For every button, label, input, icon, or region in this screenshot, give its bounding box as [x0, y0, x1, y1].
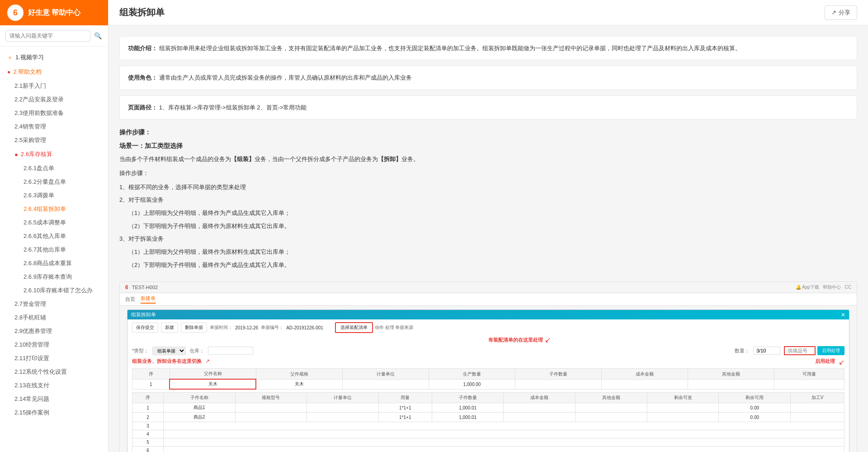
- ss-sub-col-name: 子件名称: [163, 393, 235, 403]
- ss-sub-remain-send1: [647, 403, 719, 413]
- ss-sub-unit2: [307, 413, 379, 422]
- sidebar-item-newbie[interactable]: 2.1新手入门: [0, 79, 108, 93]
- annotation1-label-group: 有装配清单的在这里处理 ↙: [488, 336, 844, 344]
- step2b: （2）下部明细为子件明细，最终作为原材料生成其它出库单。: [119, 221, 857, 232]
- plus-icon: ＋: [7, 54, 13, 62]
- sidebar-item-cost-recalc[interactable]: 2.6.8商品成本重算: [0, 257, 108, 270]
- sidebar-item-purchase[interactable]: 2.5采购管理: [0, 133, 108, 147]
- annotation2-text: 组装业务、拆卸业务在这里切换: [132, 358, 202, 366]
- table-row: 5: [132, 438, 844, 447]
- sidebar-item-mobile[interactable]: 2.8手机旺辅: [0, 311, 108, 324]
- ss-sub-usage1: 1*1+1: [378, 403, 432, 413]
- ss-nav-bar: 自页 新建单: [120, 293, 857, 306]
- ss-sub-col-proc: 加工V: [791, 393, 844, 403]
- ss-btn-new[interactable]: 新建: [161, 323, 178, 333]
- ss-sub-spec2: [235, 413, 307, 422]
- sidebar-item-print[interactable]: 2.11打印设置: [0, 352, 108, 365]
- sidebar-item-other-in[interactable]: 2.6.6其他入库单: [0, 229, 108, 243]
- ss-sub-col-cost: 成本金额: [504, 393, 576, 403]
- top-bar: 组装拆卸单 ↗ 分享: [108, 0, 868, 25]
- path-block: 页面路径： 1、库存核算->库存管理->组装拆卸单 2、首页->常用功能: [119, 95, 857, 119]
- ss-sub-col-spec: 规格型号: [235, 393, 307, 403]
- sidebar-item-finance[interactable]: 2.7资金管理: [0, 297, 108, 311]
- intro-text: 组装拆卸单用来处理企业组装或拆卸等加工业务，支持有固定装配清单的产品加工业务，也…: [159, 45, 741, 52]
- ss-date-label: 单据时间：: [210, 324, 232, 331]
- ss-sub-col-usage: 用量: [378, 393, 432, 403]
- sidebar-item-payment[interactable]: 2.13在线支付: [0, 379, 108, 392]
- main-content: 组装拆卸单 ↗ 分享 功能介绍： 组装拆卸单用来处理企业组装或拆卸等加工业务，支…: [108, 0, 868, 452]
- ss-btn-more: 动作 处理 单据来源: [375, 324, 414, 331]
- ss-col-other: 其他金额: [688, 369, 774, 380]
- sidebar-item-partial-stocktake[interactable]: 2.6.2分量盘点单: [0, 175, 108, 189]
- ss-sub-col-unit: 计量单位: [307, 393, 379, 403]
- ss-processing-group: 启用处理: [784, 346, 844, 355]
- sidebar-item-stocktake[interactable]: 2.6.1盘点单: [0, 162, 108, 175]
- sidebar-item-inventory[interactable]: ● 2.6库存核算: [0, 147, 108, 162]
- sidebar-item-custom[interactable]: 2.12系统个性化设置: [0, 365, 108, 379]
- ss-quantity-input[interactable]: [753, 347, 780, 355]
- ss-sub-qty1: 1,000.01: [432, 403, 504, 413]
- sidebar-item-transfer[interactable]: 2.6.3调拨单: [0, 189, 108, 202]
- sidebar-item-inventory-query[interactable]: 2.6.9库存账本查询: [0, 270, 108, 284]
- ss-sub-qty2: 1,000.01: [432, 413, 504, 422]
- minus-icon-2: ●: [14, 151, 18, 158]
- ss-cell-parent-spec: 关木: [256, 379, 342, 389]
- table-row: 1 商品1 1*1+1 1,000.01: [132, 403, 844, 413]
- ss-btn-delete[interactable]: 删除单据: [181, 323, 207, 333]
- ss-processing-btn[interactable]: 启用处理: [817, 346, 844, 355]
- ss-logo: 6: [125, 284, 128, 290]
- ss-type-select[interactable]: 组装单据 拆卸单据: [152, 347, 186, 355]
- search-button[interactable]: 🔍: [93, 31, 103, 40]
- sidebar-item-install[interactable]: 2.2产品安装及登录: [0, 93, 108, 106]
- ss-system-bar: 6 TEST-H002 🔔 App下载 帮助中心 CC: [120, 282, 857, 293]
- sidebar-item-cost-adjust[interactable]: 2.6.5成本调整单: [0, 216, 108, 229]
- annotation2-group: 组装业务、拆卸业务在这里切换 ↗ 启用处理 ↙: [132, 358, 844, 366]
- step2: 2、对于组装业务: [119, 195, 857, 206]
- ss-empty-cell6: [163, 447, 844, 452]
- screenshot-container: 6 TEST-H002 🔔 App下载 帮助中心 CC 自页 新建单 组装拆卸: [119, 281, 857, 452]
- share-button[interactable]: ↗ 分享: [825, 5, 857, 20]
- ss-sub-col-remain-avail: 剩余可用: [719, 393, 791, 403]
- annotation3-text: 启用处理: [815, 358, 835, 366]
- sidebar-header: 6 好生意 帮助中心: [0, 0, 108, 25]
- scene1-desc: 当由多个子件材料组装成一个成品的业务为【组装】业务，当由一个父件拆分成多个子产品…: [119, 154, 857, 165]
- ss-window-body: 保存提交 新建 删除单据 单据时间： 2019-12-26 单据编号： AD-2…: [127, 319, 849, 452]
- ss-bill-label: 单据编号：: [261, 324, 283, 331]
- sidebar-item-faq[interactable]: 2.14常见问题: [0, 392, 108, 406]
- ss-btn-assembly-list[interactable]: 选择装配清单: [335, 322, 373, 333]
- search-input[interactable]: [5, 30, 90, 42]
- step2a: （1）上部明细为父件明细，最终作为产成品生成其它入库单；: [119, 208, 857, 219]
- ss-processing-input[interactable]: [784, 346, 816, 355]
- ss-sub-other1: [576, 403, 647, 413]
- sidebar-item-inventory-error[interactable]: 2.6.10库存账本错了怎么办: [0, 284, 108, 297]
- sidebar-item-help-docs[interactable]: ● 2.帮助文档: [0, 65, 108, 79]
- ss-top-icons: 🔔 App下载 帮助中心 CC: [796, 284, 851, 290]
- ss-sub-remain-send2: [647, 413, 719, 422]
- ss-content: 组装拆卸单 ✕ 保存提交 新建 删除单据 单据时间： 2019-12-26: [120, 306, 857, 452]
- sidebar-item-other-out[interactable]: 2.6.7其他出库单: [0, 243, 108, 257]
- step3b: （2）下部明细为子件明细，最终作为产成品生成其它入库单。: [119, 260, 857, 271]
- ss-col-parent-spec: 父件规格: [256, 369, 342, 380]
- sidebar-item-data-prep[interactable]: 2.3使用前数据准备: [0, 106, 108, 120]
- ss-warehouse-input[interactable]: [208, 347, 253, 355]
- table-row: 4: [132, 430, 844, 438]
- sidebar-item-sales[interactable]: 2.4销售管理: [0, 120, 108, 133]
- sidebar-item-assembly[interactable]: 2.6.4组装拆卸单: [0, 202, 108, 216]
- ss-empty-cell3: [163, 422, 844, 430]
- scene1-steps-title: 操作步骤：: [119, 168, 857, 179]
- ss-empty-cell4: [163, 430, 844, 438]
- ss-sub-cost1: [504, 403, 576, 413]
- step3: 3、对于拆装业务: [119, 233, 857, 245]
- sidebar-item-coupon[interactable]: 2.9优惠券管理: [0, 324, 108, 338]
- close-icon[interactable]: ✕: [841, 312, 845, 318]
- step1: 1、根据不同的业务，选择不同单据的类型来处理: [119, 182, 857, 193]
- annotation1-arrow: ↙: [545, 336, 551, 344]
- sidebar-item-video[interactable]: ＋ 1.视频学习: [0, 50, 108, 65]
- sidebar-item-ops[interactable]: 2.10经营管理: [0, 338, 108, 352]
- sidebar-item-cases[interactable]: 2.15操作案例: [0, 406, 108, 419]
- ss-empty-row5: 5: [132, 438, 164, 447]
- ops-section: 操作步骤： 场景一：加工类型选择 当由多个子件材料组装成一个成品的业务为【组装】…: [119, 125, 857, 274]
- ss-btn-save[interactable]: 保存提交: [132, 323, 158, 333]
- role-text: 通常由生产人员或库管人员完成拆装业务的操作，库管人员确认原材料的出库和产成品的入…: [159, 74, 412, 81]
- ss-toolbar: 保存提交 新建 删除单据 单据时间： 2019-12-26 单据编号： AD-2…: [132, 322, 844, 333]
